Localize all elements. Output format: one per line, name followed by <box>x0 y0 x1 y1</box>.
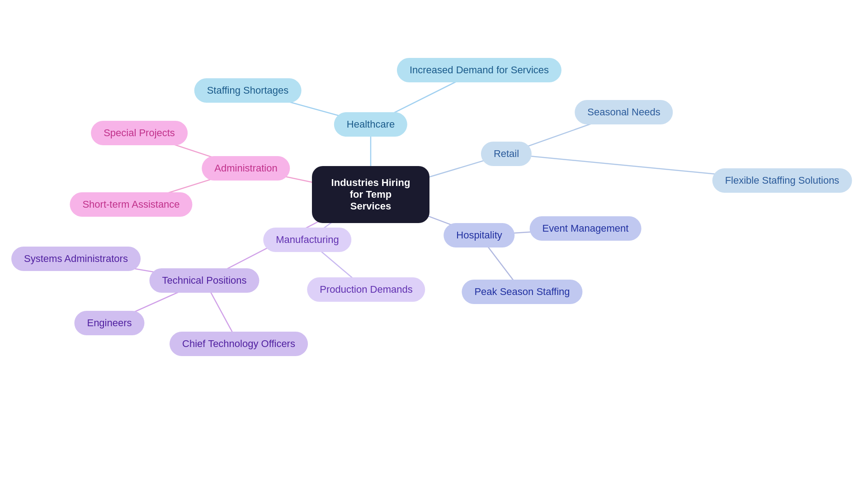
node-cto[interactable]: Chief Technology Officers <box>170 332 308 356</box>
node-seasonal-needs[interactable]: Seasonal Needs <box>575 100 673 124</box>
node-healthcare[interactable]: Healthcare <box>334 112 407 137</box>
node-retail[interactable]: Retail <box>481 142 532 166</box>
node-staffing-shortages[interactable]: Staffing Shortages <box>194 78 302 103</box>
node-manufacturing[interactable]: Manufacturing <box>263 228 351 252</box>
node-administration[interactable]: Administration <box>202 156 290 181</box>
node-peak-season[interactable]: Peak Season Staffing <box>462 280 582 304</box>
node-sys-admins[interactable]: Systems Administrators <box>11 247 141 271</box>
mindmap-canvas: Industries Hiring for Temp ServicesHealt… <box>0 0 868 490</box>
node-short-term[interactable]: Short-term Assistance <box>70 192 192 217</box>
node-tech-positions[interactable]: Technical Positions <box>149 268 259 293</box>
node-increased-demand[interactable]: Increased Demand for Services <box>397 58 561 82</box>
node-event-management[interactable]: Event Management <box>530 216 642 241</box>
node-production-demands[interactable]: Production Demands <box>307 277 425 302</box>
node-flexible-staffing[interactable]: Flexible Staffing Solutions <box>712 168 852 193</box>
node-special-projects[interactable]: Special Projects <box>91 121 188 145</box>
node-hospitality[interactable]: Hospitality <box>443 223 514 247</box>
node-engineers[interactable]: Engineers <box>74 311 144 335</box>
center-node: Industries Hiring for Temp Services <box>312 166 429 223</box>
